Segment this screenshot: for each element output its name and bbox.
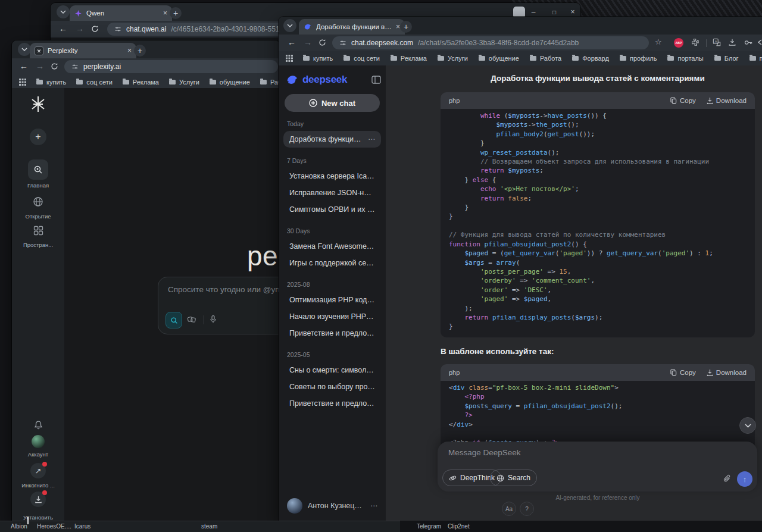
- tab-close-icon[interactable]: ×: [127, 46, 132, 55]
- site-settings-icon[interactable]: [71, 63, 79, 70]
- profile-row[interactable]: Антон Кузнецов (pfilan) ⋯: [279, 491, 386, 521]
- chat-history-item[interactable]: Симптомы ОРВИ и их лечение: [286, 201, 379, 218]
- apps-grid-icon[interactable]: [286, 55, 293, 62]
- tab-close-icon[interactable]: ×: [163, 9, 167, 17]
- sidebar-item-account[interactable]: Аккаунт: [12, 451, 64, 458]
- tab-search-chevron-button[interactable]: [18, 43, 31, 56]
- bookmark-item[interactable]: порталы: [667, 55, 703, 62]
- chat-history-item[interactable]: Советы по выбору профессии и...: [286, 378, 379, 395]
- bookmark-item[interactable]: Работа: [260, 79, 280, 86]
- notifications-bell-icon[interactable]: [32, 418, 45, 431]
- discover-nav-icon[interactable]: [32, 195, 45, 208]
- taskbar-item[interactable]: steam: [201, 523, 217, 530]
- site-settings-icon[interactable]: [114, 26, 121, 33]
- ask-input[interactable]: [167, 284, 280, 295]
- voice-icon[interactable]: [209, 315, 217, 324]
- back-icon[interactable]: ←: [286, 37, 297, 47]
- send-button[interactable]: ↑: [737, 471, 752, 487]
- language-toggle-button[interactable]: Aa: [502, 502, 516, 516]
- bookmark-item[interactable]: Работа: [530, 55, 561, 62]
- tab-search-chevron-button[interactable]: [283, 19, 296, 32]
- taskbar-item[interactable]: HeroesOE....: [37, 523, 71, 530]
- sidebar-item-home[interactable]: Главная: [12, 182, 64, 189]
- qwen-tab[interactable]: Qwen ×: [70, 5, 172, 21]
- sidebar-item-install[interactable]: Установить: [12, 514, 64, 521]
- extensions-puzzle-icon[interactable]: [691, 38, 699, 46]
- incognito-button[interactable]: ↗: [30, 463, 46, 478]
- download-code-button[interactable]: Download: [707, 369, 747, 376]
- overflow-chevron-icon[interactable]: [758, 39, 762, 45]
- sidebar-item-discover[interactable]: Открытие: [12, 213, 64, 220]
- collapse-sidebar-icon[interactable]: [371, 76, 381, 84]
- sidebar-item-spaces[interactable]: Простран...: [12, 242, 64, 248]
- new-thread-button[interactable]: +: [30, 129, 46, 145]
- search-mode-button[interactable]: [165, 312, 182, 328]
- model-select-icon[interactable]: [187, 315, 196, 324]
- help-button[interactable]: ?: [520, 502, 534, 516]
- spaces-nav-icon[interactable]: [32, 224, 45, 237]
- sidebar-item-incognito[interactable]: Инкогнито ...: [12, 482, 64, 489]
- forward-icon[interactable]: →: [35, 61, 45, 71]
- chat-history-item[interactable]: Исправление JSON-настроек VS...: [286, 184, 379, 201]
- back-icon[interactable]: ←: [58, 24, 68, 33]
- bookmark-item[interactable]: Услуги: [169, 79, 199, 86]
- taskbar-item[interactable]: Clip2net: [448, 523, 470, 530]
- site-settings-icon[interactable]: [339, 39, 346, 46]
- taskbar-item[interactable]: Icarus: [74, 523, 90, 530]
- copy-code-button[interactable]: Copy: [670, 369, 696, 376]
- scroll-to-bottom-button[interactable]: [739, 417, 756, 434]
- download-code-button[interactable]: Download: [707, 97, 747, 104]
- bookmark-item[interactable]: Реклама: [123, 79, 159, 86]
- apps-grid-icon[interactable]: [19, 79, 26, 86]
- forward-icon[interactable]: →: [74, 24, 85, 33]
- perplexity-logo-icon[interactable]: [28, 94, 48, 114]
- search-button[interactable]: Search: [490, 470, 537, 486]
- adblock-extension-icon[interactable]: ABP: [674, 38, 683, 48]
- chat-history-item[interactable]: Оптимизация PHP кода для про...: [286, 292, 379, 308]
- profile-menu-icon[interactable]: ⋯: [370, 502, 377, 510]
- perplexity-tab[interactable]: Perplexity ×: [30, 43, 136, 58]
- chat-history-item[interactable]: Приветствие и предложение по...: [286, 325, 379, 342]
- new-chat-button[interactable]: New chat: [285, 94, 380, 112]
- chat-history-item[interactable]: Игры с поддержкой серверов: [286, 255, 379, 271]
- bookmark-item[interactable]: обущение: [210, 79, 250, 86]
- reload-icon[interactable]: [318, 39, 329, 46]
- bookmark-item[interactable]: профиль: [620, 55, 657, 62]
- chat-history-item[interactable]: Сны о смерти: символизм и глу...: [286, 362, 379, 378]
- new-tab-button[interactable]: +: [170, 7, 182, 19]
- bookmark-item[interactable]: обущение: [479, 55, 519, 62]
- bookmark-item[interactable]: Услуги: [438, 55, 468, 62]
- deepseek-tab[interactable]: Доработка функции вывода с ×: [299, 19, 405, 35]
- forward-icon[interactable]: →: [302, 37, 313, 47]
- tab-search-chevron-button[interactable]: [57, 5, 70, 18]
- home-nav-icon[interactable]: [28, 159, 48, 180]
- bookmark-item[interactable]: Форвард: [572, 55, 609, 62]
- attach-paperclip-icon[interactable]: [723, 474, 731, 483]
- taskbar-item[interactable]: Telegram: [417, 523, 441, 530]
- install-button[interactable]: [30, 492, 46, 507]
- reload-icon[interactable]: [91, 25, 102, 33]
- address-bar[interactable]: perplexity.ai: [64, 60, 278, 73]
- chat-history-item[interactable]: Приветствие и предложение по...: [286, 395, 379, 412]
- address-bar[interactable]: chat.deepseek.com/a/chat/s/5a2fe0e3-3ba8…: [332, 36, 649, 49]
- bookmark-item[interactable]: купить: [36, 79, 66, 86]
- back-icon[interactable]: ←: [18, 61, 29, 71]
- chat-history-item[interactable]: Замена Font Awesome в CSS: [286, 238, 379, 255]
- copy-code-button[interactable]: Copy: [670, 97, 696, 104]
- bookmark-star-icon[interactable]: ☆: [655, 37, 662, 46]
- bookmark-item[interactable]: Блог: [714, 55, 739, 62]
- chat-history-item[interactable]: Начало изучения PHP для веб-р...: [286, 308, 379, 325]
- taskbar-item[interactable]: Albion: [11, 523, 27, 530]
- bookmark-item[interactable]: соц сети: [343, 55, 380, 62]
- chat-history-item-active[interactable]: Доработка функции вывода с⋯: [283, 131, 381, 148]
- tab-close-icon[interactable]: ×: [396, 23, 400, 31]
- reload-icon[interactable]: [51, 62, 61, 70]
- bookmark-item[interactable]: проекты: [749, 55, 762, 62]
- bookmark-item[interactable]: соц сети: [76, 79, 113, 86]
- bookmark-item[interactable]: купить: [303, 55, 333, 62]
- translate-icon[interactable]: A: [713, 38, 721, 46]
- bookmark-item[interactable]: Реклама: [391, 55, 427, 62]
- password-key-icon[interactable]: [744, 38, 752, 47]
- downloads-icon[interactable]: [728, 38, 736, 46]
- chat-item-menu-icon[interactable]: ⋯: [368, 131, 375, 148]
